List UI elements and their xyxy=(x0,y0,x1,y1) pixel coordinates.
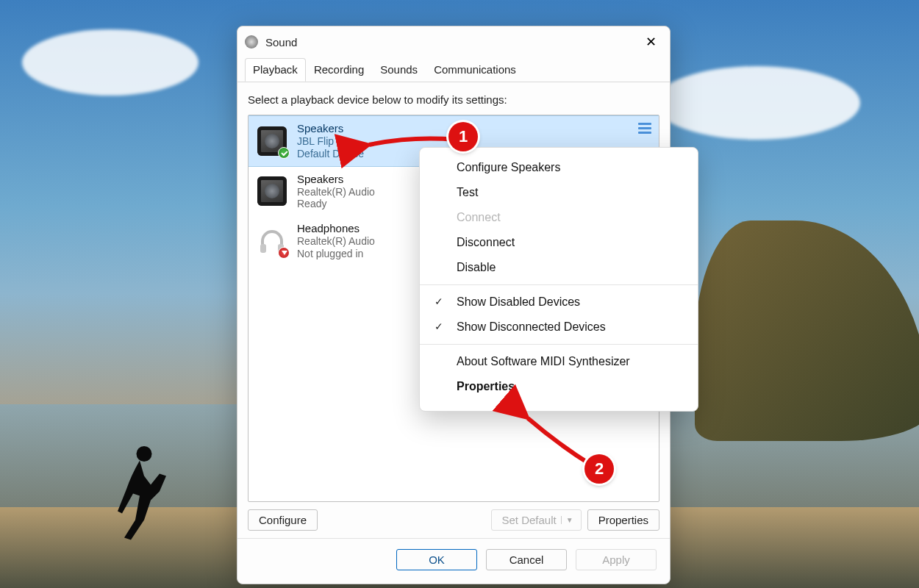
sound-icon xyxy=(245,35,258,49)
tab-sounds[interactable]: Sounds xyxy=(372,58,426,82)
tab-communications[interactable]: Communications xyxy=(426,58,524,82)
titlebar: Sound ✕ xyxy=(237,26,670,57)
default-check-icon xyxy=(278,147,290,159)
background-rock xyxy=(695,220,919,441)
tabs: Playback Recording Sounds Communications xyxy=(237,58,670,82)
ctx-about-midi[interactable]: About Software MIDI Synthesizer xyxy=(420,349,698,374)
device-driver: Realtek(R) Audio xyxy=(297,235,375,248)
headphones-icon xyxy=(257,226,287,256)
hint-text: Select a playback device below to modify… xyxy=(248,93,659,106)
ctx-show-disabled[interactable]: Show Disabled Devices xyxy=(420,290,698,315)
ctx-connect: Connect xyxy=(420,205,698,230)
unplugged-icon xyxy=(278,247,290,259)
svg-point-0 xyxy=(137,446,152,462)
set-default-label: Set Default xyxy=(502,514,557,526)
background-runner xyxy=(107,441,173,544)
speaker-icon xyxy=(257,126,287,156)
tab-recording[interactable]: Recording xyxy=(306,58,372,82)
ctx-disable[interactable]: Disable xyxy=(420,255,698,280)
device-status: Not plugged in xyxy=(297,248,375,260)
apply-button[interactable]: Apply xyxy=(576,549,657,570)
ok-button[interactable]: OK xyxy=(396,549,477,570)
list-view-icon[interactable] xyxy=(638,123,651,134)
window-title: Sound xyxy=(265,36,297,49)
ctx-configure-speakers[interactable]: Configure Speakers xyxy=(420,155,698,180)
configure-button[interactable]: Configure xyxy=(248,509,318,531)
cancel-button[interactable]: Cancel xyxy=(486,549,567,570)
close-button[interactable]: ✕ xyxy=(640,32,662,51)
device-status: Default Device xyxy=(297,148,364,160)
ctx-separator xyxy=(420,284,698,285)
device-name: Headphones xyxy=(297,222,375,235)
ctx-separator xyxy=(420,344,698,345)
context-menu: Configure Speakers Test Connect Disconne… xyxy=(419,147,698,412)
ctx-test[interactable]: Test xyxy=(420,180,698,205)
dialog-footer: OK Cancel Apply xyxy=(237,538,670,584)
tab-playback[interactable]: Playback xyxy=(245,58,306,82)
ctx-show-disconnected[interactable]: Show Disconnected Devices xyxy=(420,315,698,340)
chevron-down-icon: ▼ xyxy=(561,516,578,524)
ctx-disconnect[interactable]: Disconnect xyxy=(420,230,698,255)
device-driver: JBL Flip 4 xyxy=(297,135,364,148)
ctx-properties[interactable]: Properties xyxy=(420,374,698,399)
device-status: Ready xyxy=(297,198,375,210)
annotation-badge-2: 2 xyxy=(584,454,614,484)
set-default-button[interactable]: Set Default ▼ xyxy=(491,509,582,531)
svg-rect-1 xyxy=(260,244,266,253)
properties-button[interactable]: Properties xyxy=(587,509,659,531)
device-name: Speakers xyxy=(297,122,364,135)
device-name: Speakers xyxy=(297,173,375,186)
annotation-badge-1: 1 xyxy=(448,122,478,151)
device-driver: Realtek(R) Audio xyxy=(297,186,375,198)
speaker-icon xyxy=(257,176,287,206)
